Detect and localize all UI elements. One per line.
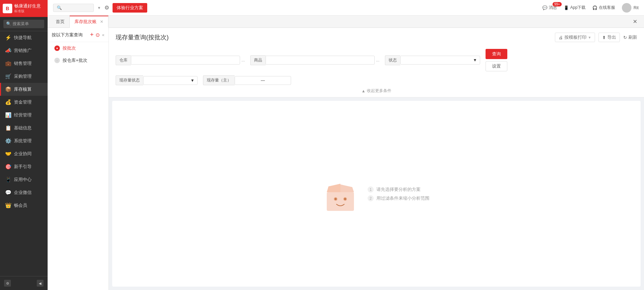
trial-button[interactable]: 体验行业方案 — [113, 3, 147, 13]
avatar — [622, 3, 631, 13]
filter-rows: 仓库 ... 商品 ... 状态 — [109, 49, 644, 97]
tip-num-1: 1 — [368, 186, 374, 193]
sidebar-item-label: 库存核算 — [14, 86, 32, 92]
tab-close-icon[interactable]: ✕ — [100, 19, 103, 24]
online-service-btn[interactable]: 🎧 在线客服 — [592, 5, 615, 11]
sidebar-search-btn[interactable]: 🔍 搜索菜单 — [3, 20, 44, 28]
sidebar-nav: ⚡ 快捷导航 📣 营销推广 💼 销售管理 🛒 采购管理 📦 库存核算 💰 资金管… — [0, 31, 48, 276]
sidebar-item-label: 基础信息 — [14, 125, 32, 131]
messages-badge: 99+ — [553, 2, 562, 6]
print-dropdown-icon[interactable]: ▼ — [588, 36, 591, 39]
inventory-status-filter: 现存量状态 ▼ — [116, 75, 198, 85]
settings-footer-btn[interactable]: ⚙ — [4, 280, 11, 287]
sidebar-item-system[interactable]: ⚙️ 系统管理 — [0, 134, 48, 147]
sidebar-item-marketing[interactable]: 📣 营销推广 — [0, 44, 48, 57]
sidebar-item-label: 系统管理 — [14, 138, 32, 144]
topbar-search[interactable]: 🔍 — [53, 4, 94, 12]
export-btn[interactable]: ⬆ 导出 — [598, 33, 620, 42]
topbar-dropdown-icon[interactable]: ▼ — [97, 6, 101, 10]
sidebar-item-label: 营销推广 — [14, 48, 32, 54]
inv-qty-to[interactable] — [268, 78, 288, 83]
export-icon: ⬆ — [602, 35, 606, 40]
collapse-sidebar-btn[interactable]: ◀ — [37, 280, 44, 287]
tip-text-2: 用过滤条件来缩小分析范围 — [376, 195, 429, 201]
product-dots[interactable]: ... — [376, 58, 379, 62]
inv-qty-label: 现存量（主） — [203, 75, 235, 85]
scheme-by-warehouse-batch[interactable]: ○ 按仓库+批次 — [48, 54, 108, 67]
tab-close-all-btn[interactable]: ✕ — [629, 18, 641, 25]
basic-icon: 📋 — [5, 125, 11, 131]
print-btn[interactable]: 🖨 按模板打印 ▼ — [555, 33, 595, 42]
newbie-icon: 🎯 — [5, 164, 11, 170]
scheme-by-batch[interactable]: ● 按批次 — [48, 42, 108, 54]
main-area: 🔍 ▼ ⚙ 体验行业方案 💬 消息 99+ 📱 App下载 🎧 在线客服 Rit — [48, 0, 644, 290]
scheme-dot-batch: ● — [54, 46, 60, 51]
tab-batch[interactable]: 库存批次账 ✕ — [70, 16, 108, 28]
sidebar-item-inventory[interactable]: 📦 库存核算 — [0, 83, 48, 96]
sidebar-item-newbie[interactable]: 🎯 新手引导 — [0, 160, 48, 173]
tip-text-1: 请先选择要分析的方案 — [376, 186, 421, 193]
status-select[interactable]: ▼ — [400, 56, 480, 65]
finance-icon: 💰 — [5, 99, 11, 105]
warehouse-input[interactable] — [131, 56, 240, 65]
refresh-icon: ↻ — [623, 35, 627, 40]
main-panel: 现存量查询(按批次) 🖨 按模板打印 ▼ ⬆ 导出 ↻ — [109, 28, 644, 290]
inv-qty-from[interactable] — [238, 78, 258, 83]
page-actions: 🖨 按模板打印 ▼ ⬆ 导出 ↻ 刷新 — [555, 33, 637, 42]
left-panel-title: 按以下方案查询 — [52, 32, 83, 38]
product-filter: 商品 ... — [250, 55, 379, 65]
tab-batch-label: 库存批次账 — [74, 19, 97, 25]
scheme-dot-warehouse: ○ — [54, 58, 60, 63]
query-button[interactable]: 查询 — [486, 49, 507, 59]
inv-qty-dash: — — [261, 78, 265, 83]
app-download-btn[interactable]: 📱 App下载 — [564, 5, 586, 11]
sidebar-item-shortcut[interactable]: ⚡ 快捷导航 — [0, 31, 48, 44]
svg-point-6 — [344, 198, 346, 200]
inv-status-select[interactable]: ▼ — [143, 76, 198, 85]
svg-marker-2 — [340, 184, 354, 192]
member-icon: 👑 — [5, 202, 11, 209]
sidebar-version: 标准版 — [14, 9, 41, 14]
purchase-icon: 🛒 — [5, 73, 11, 79]
sidebar-item-finance[interactable]: 💰 资金管理 — [0, 96, 48, 109]
refresh-btn[interactable]: ↻ 刷新 — [623, 34, 637, 40]
sidebar-item-member[interactable]: 👑 畅会员 — [0, 199, 48, 212]
warehouse-label: 仓库 — [116, 55, 131, 65]
tip-num-2: 2 — [368, 195, 374, 201]
user-menu-btn[interactable]: Rit — [622, 3, 639, 13]
sidebar-item-appstore[interactable]: 📱 应用中心 — [0, 173, 48, 186]
sidebar-item-label: 企业微信 — [14, 189, 32, 196]
topbar-gear-icon[interactable]: ⚙ — [104, 4, 109, 11]
warehouse-dots[interactable]: ... — [241, 58, 245, 62]
phone-icon: 📱 — [564, 5, 569, 10]
topbar-right: 💬 消息 99+ 📱 App下载 🎧 在线客服 Rit — [542, 3, 639, 13]
scheme-settings-btn[interactable]: ⊙ — [96, 32, 100, 38]
collapse-panel-btn[interactable]: « — [102, 33, 104, 37]
warehouse-filter: 仓库 ... — [116, 55, 245, 65]
sales-icon: 💼 — [5, 60, 11, 67]
sidebar-item-operations[interactable]: 📊 经营管理 — [0, 109, 48, 122]
system-icon: ⚙️ — [5, 138, 11, 144]
sidebar-item-label: 资金管理 — [14, 99, 32, 105]
sidebar-brand: 畅康通好生意 标准版 — [14, 3, 41, 14]
sidebar-item-purchase[interactable]: 🛒 采购管理 — [0, 70, 48, 83]
product-input[interactable] — [266, 56, 375, 65]
messages-btn[interactable]: 💬 消息 99+ — [542, 5, 557, 11]
sidebar-item-sales[interactable]: 💼 销售管理 — [0, 57, 48, 70]
sidebar: B 畅康通好生意 标准版 🔍 搜索菜单 ⚡ 快捷导航 📣 营销推广 💼 销售管理… — [0, 0, 48, 290]
settings-button[interactable]: 设置 — [486, 61, 507, 71]
sidebar-item-wechat[interactable]: 💬 企业微信 — [0, 186, 48, 199]
service-label: 在线客服 — [599, 5, 615, 11]
sidebar-item-label: 企业协同 — [14, 151, 32, 157]
sidebar-item-enterprise[interactable]: 🤝 企业协同 — [0, 147, 48, 160]
sidebar-search-area[interactable]: 🔍 搜索菜单 — [0, 17, 48, 31]
sidebar-item-label: 销售管理 — [14, 60, 32, 67]
print-label: 按模板打印 — [564, 34, 587, 40]
filter-row-1: 仓库 ... 商品 ... 状态 — [116, 49, 637, 71]
sidebar-item-basic[interactable]: 📋 基础信息 — [0, 122, 48, 134]
tab-home[interactable]: 首页 — [51, 16, 70, 28]
collapse-more-btn[interactable]: ▲ 收起更多条件 — [361, 88, 391, 94]
add-scheme-btn[interactable]: + — [90, 31, 94, 38]
inv-qty-range[interactable]: — — [235, 76, 291, 85]
action-buttons: 查询 设置 — [486, 49, 507, 71]
